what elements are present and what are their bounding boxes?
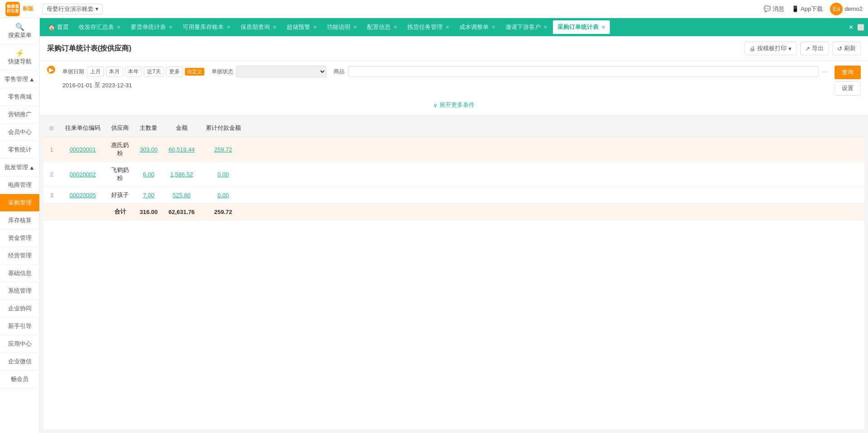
- tab-home[interactable]: 🏠 首页: [43, 20, 73, 34]
- app-download-button[interactable]: 📱 App下载: [792, 5, 823, 13]
- refresh-button[interactable]: ↺ 刷新: [832, 42, 861, 55]
- tab-order-stats[interactable]: 要货单统计表 ✕: [126, 20, 177, 34]
- sidebar: 🔍 搜索菜单 ⚡ 快捷导航 零售管理 ▲ 零售商城 营销推广 会员中心 零售统计…: [0, 18, 40, 433]
- export-button[interactable]: ↗ 导出: [800, 42, 829, 55]
- sidebar-item-member2[interactable]: 畅会员: [0, 371, 39, 388]
- sidebar-item-retail-mgmt[interactable]: 零售管理 ▲: [0, 71, 39, 88]
- setting-button[interactable]: 设置: [835, 81, 861, 95]
- td-qty-3[interactable]: 7.00: [134, 187, 163, 204]
- td-paid-2[interactable]: 0.00: [200, 162, 246, 187]
- gear-icon[interactable]: ⚙: [49, 125, 54, 132]
- top-bar-left: 畅捷通好生意 标版 母婴行业演示账套 ▾: [5, 2, 103, 16]
- tab-maximize-icon[interactable]: ⬜: [857, 24, 864, 31]
- tab-available-stock[interactable]: 可用量库存账本 ✕: [178, 20, 235, 34]
- query-button[interactable]: 查询: [835, 66, 861, 79]
- td-paid-1[interactable]: 259.72: [200, 137, 246, 162]
- td-paid-3[interactable]: 0.00: [200, 187, 246, 204]
- tab-cost-adjust[interactable]: 成本调整单 ✕: [455, 20, 500, 34]
- sidebar-item-collab[interactable]: 企业协同: [0, 300, 39, 318]
- td-amount-3[interactable]: 525.80: [163, 187, 200, 204]
- td-amount-1[interactable]: 60,519.44: [163, 137, 200, 162]
- table-row: 1 00020001 惠氏奶粉 303.00 60,519.44 259.72: [43, 137, 864, 162]
- expand-button[interactable]: ∨ 展开更多条件: [431, 99, 476, 111]
- sidebar-item-basic-info[interactable]: 基础信息: [0, 265, 39, 282]
- tab-close-icon[interactable]: ✕: [169, 24, 173, 30]
- message-button[interactable]: 💬 消息: [764, 5, 784, 13]
- tab-picking-task[interactable]: 拣货任务管理 ✕: [403, 20, 454, 34]
- user-avatar[interactable]: Ea demo2: [830, 3, 863, 15]
- td-amount-2[interactable]: 1,586.52: [163, 162, 200, 187]
- sidebar-item-wholesale[interactable]: 批发管理 ▲: [0, 159, 39, 176]
- goods-label: 商品: [334, 68, 344, 76]
- td-code-3[interactable]: 00020005: [60, 187, 106, 204]
- tab-close-window-icon[interactable]: ✕: [849, 24, 854, 31]
- tab-close-icon[interactable]: ✕: [313, 24, 317, 30]
- sidebar-item-search[interactable]: 🔍 搜索菜单: [0, 18, 39, 44]
- page-header: 采购订单统计表(按供应商) 🖨 按模板打印 ▾ ↗ 导出 ↺ 刷新: [40, 36, 868, 61]
- shortcut-this-year[interactable]: 本年: [125, 67, 142, 77]
- status-select[interactable]: [236, 66, 326, 77]
- sidebar-item-retail-shop[interactable]: 零售商城: [0, 88, 39, 106]
- printer-icon: 🖨: [750, 45, 755, 52]
- home-icon: 🏠: [48, 24, 55, 31]
- date-shortcuts: 上月 本月 本年 近7天 更多 自定义: [87, 67, 204, 77]
- sidebar-item-member[interactable]: 会员中心: [0, 124, 39, 141]
- sidebar-item-wechat[interactable]: 企业微信: [0, 353, 39, 371]
- tab-invite-customer[interactable]: 邀请下游客户 ✕: [501, 20, 552, 34]
- shortcut-this-month[interactable]: 本月: [106, 67, 123, 77]
- sidebar-item-operations[interactable]: 经营管理: [0, 247, 39, 265]
- tab-shelf-life[interactable]: 保质期查询 ✕: [236, 20, 281, 34]
- tab-overstock[interactable]: 超储预警 ✕: [282, 20, 321, 34]
- td-supplier-2: 飞鹤奶粉: [106, 162, 134, 187]
- shortcut-last-month[interactable]: 上月: [87, 67, 104, 77]
- tab-close-icon[interactable]: ✕: [353, 24, 357, 30]
- sidebar-item-inventory[interactable]: 库存核算: [0, 212, 39, 229]
- tab-receive-summary[interactable]: 收发存汇总表 ✕: [74, 20, 125, 34]
- sidebar-item-marketing[interactable]: 营销推广: [0, 106, 39, 124]
- td-code-2[interactable]: 00020002: [60, 162, 106, 187]
- th-extra: [246, 119, 864, 137]
- avatar: Ea: [830, 3, 843, 15]
- tab-close-icon[interactable]: ✕: [543, 24, 547, 30]
- goods-input[interactable]: [348, 66, 819, 77]
- tab-close-icon[interactable]: ✕: [117, 24, 121, 30]
- tab-config[interactable]: 配置信息 ✕: [363, 20, 402, 34]
- sidebar-item-system[interactable]: 系统管理: [0, 282, 39, 300]
- search-icon: 🔍: [2, 23, 38, 31]
- store-selector[interactable]: 母婴行业演示账套 ▾: [42, 4, 103, 14]
- footer-qty: 316.00: [134, 204, 163, 220]
- tab-close-icon[interactable]: ✕: [226, 24, 231, 30]
- td-code-1[interactable]: 00020001: [60, 137, 106, 162]
- sidebar-item-ecommerce[interactable]: 电商管理: [0, 176, 39, 194]
- tab-close-icon[interactable]: ✕: [445, 24, 449, 30]
- shortcut-more[interactable]: 更多: [166, 67, 183, 77]
- footer-amount: 62,631.76: [163, 204, 200, 220]
- td-index-3: 3: [43, 187, 60, 204]
- th-amount: 金额: [163, 119, 200, 137]
- status-filter-group: 单据状态: [212, 66, 326, 77]
- tab-close-icon[interactable]: ✕: [273, 24, 277, 30]
- tab-close-icon[interactable]: ✕: [491, 24, 495, 30]
- data-table: ⚙ 往来单位编码 供应商 主数量 金额 累计付款金额 1: [43, 119, 864, 220]
- collapse-button[interactable]: ▶: [47, 66, 55, 74]
- td-qty-1[interactable]: 303.00: [134, 137, 163, 162]
- tab-function-desc[interactable]: 功能说明 ✕: [322, 20, 362, 34]
- tab-close-icon[interactable]: ✕: [601, 24, 605, 30]
- sidebar-item-retail-stats[interactable]: 零售统计: [0, 141, 39, 159]
- shortcut-7days[interactable]: 近7天: [144, 67, 164, 77]
- sidebar-item-finance[interactable]: 资金管理: [0, 229, 39, 247]
- sidebar-item-appcenter[interactable]: 应用中心: [0, 335, 39, 353]
- more-options-icon[interactable]: ···: [822, 68, 827, 75]
- export-icon: ↗: [805, 45, 810, 52]
- sidebar-item-newbie[interactable]: 新手引导: [0, 318, 39, 335]
- th-paid: 累计付款金额: [200, 119, 246, 137]
- tab-purchase-order-stats[interactable]: 采购订单统计表 ✕: [553, 20, 610, 34]
- sidebar-item-purchase[interactable]: 采购管理: [0, 194, 39, 212]
- tab-close-icon[interactable]: ✕: [393, 24, 397, 30]
- td-qty-2[interactable]: 6.00: [134, 162, 163, 187]
- print-button[interactable]: 🖨 按模板打印 ▾: [745, 42, 797, 55]
- table-area: ⚙ 往来单位编码 供应商 主数量 金额 累计付款金额 1: [43, 119, 864, 429]
- filter-row-1: 单据日期 上月 本月 本年 近7天 更多 自定义: [62, 66, 827, 77]
- content-area: 🏠 首页 收发存汇总表 ✕ 要货单统计表 ✕ 可用量库存账本 ✕ 保质期查询 ✕…: [40, 18, 868, 433]
- sidebar-item-quicknav[interactable]: ⚡ 快捷导航: [0, 44, 39, 71]
